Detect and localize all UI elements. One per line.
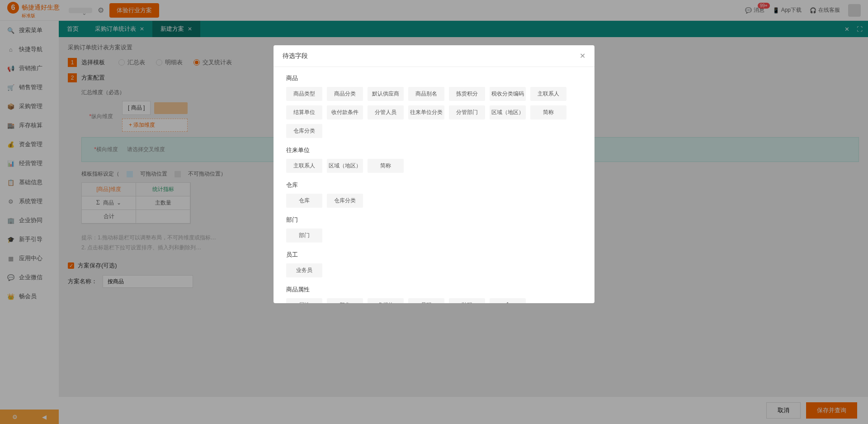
field-group: 仓库仓库仓库分类 — [286, 181, 582, 208]
group-title: 部门 — [286, 216, 582, 224]
field-chip[interactable]: 主联系人 — [530, 87, 566, 101]
field-chip[interactable]: 尺码 — [408, 298, 444, 303]
field-chip[interactable]: 拣货积分 — [449, 87, 485, 101]
field-chip[interactable]: 税收分类编码 — [490, 87, 526, 101]
field-chip[interactable]: 颜色 — [327, 298, 363, 303]
field-chip[interactable]: 结算单位 — [286, 105, 322, 119]
field-chip[interactable]: 主联系人 — [286, 159, 322, 173]
field-chip[interactable]: 商品类型 — [286, 87, 322, 101]
field-chip[interactable]: 商品别名 — [408, 87, 444, 101]
field-group: 员工业务员 — [286, 251, 582, 277]
group-title: 往来单位 — [286, 146, 582, 154]
modal-close-icon[interactable]: ✕ — [580, 52, 585, 60]
group-title: 商品属性 — [286, 286, 582, 294]
field-chip[interactable]: 多规格 — [368, 298, 404, 303]
field-chip[interactable]: 业务员 — [286, 263, 322, 277]
field-chip[interactable]: 简称 — [530, 105, 566, 119]
field-chip[interactable]: 往来单位分类 — [408, 105, 444, 119]
field-chip[interactable]: 属性 — [286, 298, 322, 303]
field-chip[interactable]: 鞋码 — [449, 298, 485, 303]
field-chip[interactable]: 简称 — [368, 159, 404, 173]
field-chip[interactable]: 1 — [490, 298, 526, 303]
field-group: 往来单位主联系人区域（地区）简称 — [286, 146, 582, 173]
field-chip[interactable]: 分管部门 — [449, 105, 485, 119]
group-title: 商品 — [286, 74, 582, 82]
field-chip[interactable]: 仓库分类 — [286, 124, 322, 138]
field-picker-modal: 待选字段 ✕ 商品商品类型商品分类默认供应商商品别名拣货积分税收分类编码主联系人… — [274, 45, 594, 303]
group-title: 员工 — [286, 251, 582, 259]
field-chip[interactable]: 商品分类 — [327, 87, 363, 101]
field-chip[interactable]: 分管人员 — [368, 105, 404, 119]
group-title: 仓库 — [286, 181, 582, 189]
field-chip[interactable]: 部门 — [286, 229, 322, 243]
field-chip[interactable]: 收付款条件 — [327, 105, 363, 119]
field-group: 商品商品类型商品分类默认供应商商品别名拣货积分税收分类编码主联系人结算单位收付款… — [286, 74, 582, 138]
modal-title: 待选字段 — [283, 52, 308, 60]
field-chip[interactable]: 默认供应商 — [368, 87, 404, 101]
field-group: 部门部门 — [286, 216, 582, 243]
field-chip[interactable]: 区域（地区） — [327, 159, 363, 173]
field-group: 商品属性属性颜色多规格尺码鞋码1 — [286, 286, 582, 303]
field-chip[interactable]: 仓库分类 — [327, 194, 363, 208]
field-chip[interactable]: 仓库 — [286, 194, 322, 208]
field-chip[interactable]: 区域（地区） — [490, 105, 526, 119]
